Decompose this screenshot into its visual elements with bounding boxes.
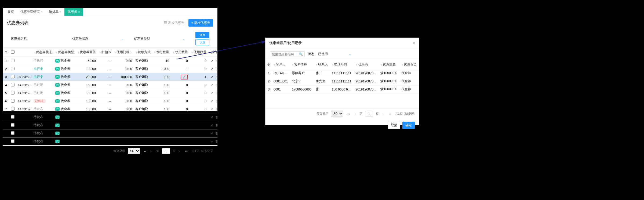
qr-icon[interactable]: ⊞ [216,75,217,79]
row-checkbox[interactable] [11,75,14,78]
per-page-select[interactable]: 50 [128,148,140,154]
row-checkbox[interactable] [11,67,14,70]
settings-button[interactable]: 设置 [195,39,209,45]
search-icon[interactable]: 🔍 [299,52,303,56]
next-page-icon[interactable]: › [178,150,181,153]
table-row[interactable]: 6 14 23:59 已终止 代 代金券 150.00 -- 0.00 客户领取… [3,97,217,105]
table-row[interactable]: 3 0001 17666666666 张 156 6666 6... 20191… [265,85,419,93]
close-icon[interactable]: × [60,10,61,13]
row-checkbox[interactable] [11,91,14,94]
page-input[interactable] [365,111,373,117]
qr-icon[interactable]: ⊞ [216,140,217,143]
qr-icon[interactable]: ⊞ [216,59,217,63]
row-checkbox[interactable] [11,131,14,135]
per-page-select[interactable]: 50 [331,111,343,117]
col-status[interactable]: 优惠券状态 [32,48,54,57]
query-button[interactable]: 查询 [195,32,209,38]
row-checkbox[interactable] [11,107,14,111]
first-page-icon[interactable]: ⏮ [143,150,148,153]
share-icon[interactable]: ↗ [210,59,213,63]
qr-icon[interactable]: ⊞ [216,115,217,119]
table-row[interactable]: 7 14 23:59 待发布 代 代金券 150.00 -- 0.00 客户领取… [3,105,217,113]
col-issued[interactable]: 发行数量 [152,48,171,57]
gear-icon[interactable]: ⚙ [5,50,8,54]
row-checkbox[interactable] [11,99,14,103]
col-method[interactable]: 发放方式 [134,48,152,57]
search-input[interactable] [272,52,297,56]
col-claimed[interactable]: 领用数量 [171,48,189,57]
table-row[interactable]: 4 14 23:59 已过期 代 代金券 150.00 -- 0.00 客户领取… [3,81,217,89]
close-icon[interactable]: × [413,41,415,45]
col-face[interactable]: 优惠券面值 [76,48,97,57]
share-icon[interactable]: ↗ [210,107,213,111]
col-used[interactable]: 使用数量 [190,48,208,57]
share-icon[interactable]: ↗ [210,75,213,79]
share-icon[interactable]: ↗ [210,67,213,71]
row-checkbox[interactable] [11,83,14,86]
filter-status-select[interactable]: ⌄ [90,36,123,41]
row-checkbox[interactable] [11,139,14,143]
prev-page-icon[interactable]: ‹ [354,112,357,115]
col-theme[interactable]: 优惠主题 [379,60,400,69]
next-page-icon[interactable]: › [381,112,385,115]
qr-icon[interactable]: ⊞ [216,123,217,127]
select-all-checkbox[interactable] [11,50,14,54]
share-icon[interactable]: ↗ [210,140,213,143]
col-customer-code[interactable]: 客户... [272,60,290,69]
search-input-wrap[interactable]: 🔍 [270,51,305,57]
cancel-button[interactable]: 取消 [388,122,400,129]
close-icon[interactable]: × [78,10,80,13]
table-row[interactable]: 1 RETAIL... 零散客户 张三 11111111111 20191200… [265,69,419,77]
share-icon[interactable]: ↗ [210,99,213,103]
add-coupon-button[interactable]: + 新增优惠券 [188,19,213,27]
page-input[interactable] [162,148,170,154]
qr-icon[interactable]: ⊞ [216,67,217,71]
tab-home[interactable]: 首页 [4,8,17,16]
tab-sales[interactable]: 销货单× [46,8,64,16]
table-row[interactable]: 2 00010001 北京1 唐先生 11111111111 201912007… [265,77,419,85]
filter-name-input[interactable] [29,38,61,40]
qr-icon[interactable]: ⊞ [216,83,217,87]
table-row[interactable]: 5 14 23:59 已过期 代 代金券 150.00 -- 0.00 客户领取… [3,89,217,97]
col-threshold[interactable]: 使用门槛... [112,48,134,57]
table-row[interactable]: 3 07 23:59 执行中 代 代金券 200.00 -- 1000.00 客… [3,73,217,81]
filter-type-select[interactable]: ⌄ [152,36,185,41]
col-coupon-type[interactable]: 优惠券类 [400,60,419,69]
qr-icon[interactable]: ⊞ [216,132,217,135]
confirm-button[interactable]: 确定 [402,122,415,129]
table-row[interactable]: 2 执行中 代 代金券 100.00 -- 0.00 客户领取 1000 1 0… [3,65,217,73]
table-row[interactable]: 9 14 23:59 待发布 代 代金券 150.00 -- 0.00 客户领取… [3,121,217,129]
close-icon[interactable]: × [41,10,42,13]
row-checkbox[interactable] [11,59,14,62]
status-filter-select[interactable]: 已使用 [316,51,336,57]
row-checkbox[interactable] [11,123,14,127]
table-row[interactable]: 1 待执行 代 代金券 50.00 -- 0.00 客户领取 10 0 0 ↗ … [3,57,217,65]
tab-coupons[interactable]: 优惠券× [64,8,83,16]
qr-icon[interactable]: ⊞ [216,91,217,95]
qr-icon[interactable]: ⊞ [216,107,217,111]
col-type[interactable]: 优惠券类型 [54,48,75,57]
share-icon[interactable]: ↗ [210,132,213,135]
row-checkbox[interactable] [11,115,14,119]
table-row[interactable]: 11 14 23:59 待发布 代 代金券 150.00 -- 0.00 客户领… [3,137,217,146]
prev-page-icon[interactable]: ‹ [150,150,154,153]
page-summary: 共1页, 3条记录 [395,112,415,116]
share-icon[interactable]: ↗ [210,123,213,127]
qr-icon[interactable]: ⊞ [216,99,217,103]
share-icon[interactable]: ↗ [210,83,213,87]
share-icon[interactable]: ↗ [210,115,213,119]
col-discount[interactable]: 折扣% [97,48,112,57]
col-phone[interactable]: 电话号码 [330,60,354,69]
gear-icon[interactable]: ⚙ [267,63,270,67]
last-page-icon[interactable]: ⏭ [184,150,189,153]
table-row[interactable]: 8 14 23:59 待发布 代 代金券 150.00 -- 0.00 客户领取… [3,113,217,121]
last-page-icon[interactable]: ⏭ [387,112,392,115]
first-page-icon[interactable]: ⏮ [346,112,351,115]
issue-coupon-button[interactable]: ☰ 发放优惠券 [161,20,187,26]
table-row[interactable]: 10 14 23:59 待发布 代 代金券 150.00 -- 0.00 客户领… [3,129,217,137]
col-customer-name[interactable]: 客户名称 [290,60,314,69]
share-icon[interactable]: ↗ [210,91,213,95]
col-code[interactable]: 优惠码 [354,60,379,69]
col-contact[interactable]: 联系人 [314,60,330,69]
tab-coupon-detail[interactable]: 优惠券详情页× [17,8,46,16]
